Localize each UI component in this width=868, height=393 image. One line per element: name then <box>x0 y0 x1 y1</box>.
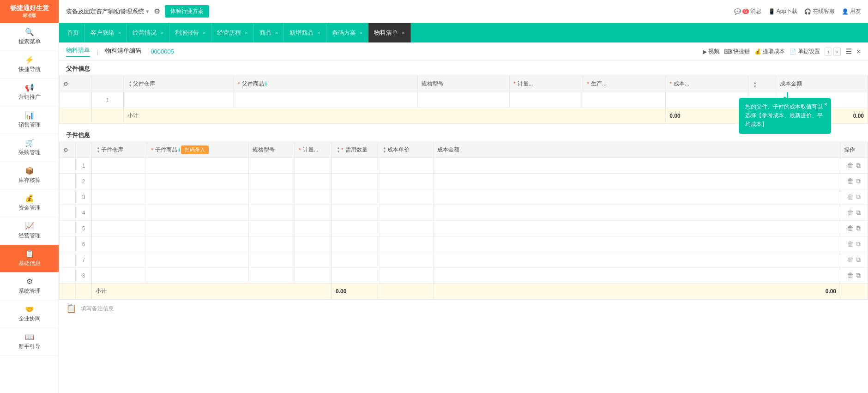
sidebar-item-basic-info[interactable]: 📋 基础信息 <box>0 245 59 272</box>
sidebar-item-search[interactable]: 🔍 搜索菜单 <box>0 23 59 51</box>
child-row8-qty[interactable] <box>332 268 378 284</box>
copy-icon-row6[interactable]: ⧉ <box>856 240 861 248</box>
child-row2-product[interactable] <box>147 174 249 189</box>
bottom-note-hint[interactable]: 填写备注信息 <box>81 305 114 313</box>
child-row5-unit-price[interactable] <box>378 221 434 236</box>
sidebar-item-marketing[interactable]: 📢 营销推广 <box>0 79 59 106</box>
tab-history-close[interactable]: × <box>245 30 247 36</box>
tab-profit-close[interactable]: × <box>203 30 205 36</box>
child-row5-product[interactable] <box>147 221 249 236</box>
video-item[interactable]: ▶ 视频 <box>703 48 719 55</box>
child-row7-qty[interactable] <box>332 252 378 268</box>
parent-row1-product[interactable] <box>234 92 418 108</box>
child-row3-qty[interactable] <box>332 189 378 205</box>
online-service-item[interactable]: 🎧 在线客服 <box>804 7 835 15</box>
sidebar-item-nav[interactable]: ⚡ 快捷导航 <box>0 51 59 79</box>
next-arrow[interactable]: › <box>833 48 841 56</box>
prev-arrow[interactable]: ‹ <box>825 48 832 56</box>
parent-row1-spec[interactable] <box>418 92 510 108</box>
child-row4-unit-price[interactable] <box>378 205 434 221</box>
copy-icon-row7[interactable]: ⧉ <box>856 256 861 264</box>
sidebar-item-finance[interactable]: 💰 资金管理 <box>0 189 59 217</box>
tab-barcode[interactable]: 条码方案 × <box>326 23 368 42</box>
child-row5-qty[interactable] <box>332 221 378 236</box>
child-row6-product[interactable] <box>147 236 249 252</box>
child-row6-unit-price[interactable] <box>378 236 434 252</box>
sub-nav-bom[interactable]: 物料清单 <box>66 46 90 57</box>
child-row4-qty[interactable] <box>332 205 378 221</box>
child-row4-spec[interactable] <box>249 205 295 221</box>
page-close-icon[interactable]: ✕ <box>856 48 861 55</box>
tab-product-close[interactable]: × <box>275 30 278 36</box>
child-row1-qty[interactable] <box>332 158 378 174</box>
child-row8-product[interactable] <box>147 268 249 284</box>
shortcut-item[interactable]: ⌨ 快捷键 <box>724 48 750 55</box>
child-row7-unit[interactable] <box>295 252 332 268</box>
delete-icon-row8[interactable]: 🗑 <box>847 272 854 279</box>
child-row8-unit[interactable] <box>295 268 332 284</box>
sidebar-item-purchase[interactable]: 🛒 采购管理 <box>0 134 59 162</box>
child-row4-product[interactable] <box>147 205 249 221</box>
child-row3-product[interactable] <box>147 189 249 205</box>
tab-operation[interactable]: 经营情况 × <box>127 23 169 42</box>
child-row1-unit[interactable] <box>295 158 332 174</box>
message-item[interactable]: 💬 6 消息 <box>734 7 761 15</box>
child-row8-spec[interactable] <box>249 268 295 284</box>
sidebar-item-management[interactable]: 📈 经营管理 <box>0 217 59 245</box>
child-row7-unit-price[interactable] <box>378 252 434 268</box>
parent-settings-icon[interactable]: ⚙ <box>63 81 68 87</box>
child-row4-warehouse[interactable] <box>92 205 147 221</box>
sidebar-item-guide[interactable]: 📖 新手引导 <box>0 328 59 356</box>
sidebar-item-system[interactable]: ⚙ 系统管理 <box>0 272 59 300</box>
child-settings-icon[interactable]: ⚙ <box>63 147 68 153</box>
delete-icon-row7[interactable]: 🗑 <box>847 256 854 264</box>
sidebar-item-inventory[interactable]: 📦 库存核算 <box>0 162 59 189</box>
delete-icon-row6[interactable]: 🗑 <box>847 240 854 248</box>
tab-home[interactable]: 首页 <box>61 23 85 42</box>
doc-settings-item[interactable]: 📄 单据设置 <box>790 48 820 55</box>
copy-icon-row1[interactable]: ⧉ <box>856 162 861 169</box>
child-row3-unit-price[interactable] <box>378 189 434 205</box>
trial-button[interactable]: 体验行业方案 <box>165 5 209 18</box>
tab-barcode-close[interactable]: × <box>360 30 362 36</box>
child-row6-unit[interactable] <box>295 236 332 252</box>
list-view-icon[interactable]: ☰ <box>845 47 852 56</box>
parent-row1-production[interactable] <box>583 92 666 108</box>
settings-icon[interactable]: ⚙ <box>154 7 160 16</box>
delete-icon-row2[interactable]: 🗑 <box>847 177 854 185</box>
tab-bom[interactable]: 物料清单 × <box>368 23 410 42</box>
child-row2-spec[interactable] <box>249 174 295 189</box>
delete-icon-row3[interactable]: 🗑 <box>847 193 854 201</box>
child-row4-unit[interactable] <box>295 205 332 221</box>
copy-icon-row2[interactable]: ⧉ <box>856 177 861 185</box>
child-row1-product[interactable] <box>147 158 249 174</box>
child-row5-unit[interactable] <box>295 221 332 236</box>
delete-icon-row5[interactable]: 🗑 <box>847 224 854 232</box>
user-item[interactable]: 👤 用友 <box>842 7 861 15</box>
child-row2-unit-price[interactable] <box>378 174 434 189</box>
tab-customer-close[interactable]: × <box>118 30 121 36</box>
child-row1-spec[interactable] <box>249 158 295 174</box>
child-row1-unit-price[interactable] <box>378 158 434 174</box>
copy-icon-row5[interactable]: ⧉ <box>856 224 861 232</box>
parent-row1-unit[interactable] <box>509 92 583 108</box>
tab-history[interactable]: 经营历程 × <box>211 23 253 42</box>
copy-icon-row4[interactable]: ⧉ <box>856 209 861 217</box>
scan-button[interactable]: 扫码录入 <box>181 145 209 154</box>
child-row2-warehouse[interactable] <box>92 174 147 189</box>
tab-product[interactable]: 商品 × <box>254 23 284 42</box>
child-row7-product[interactable] <box>147 252 249 268</box>
parent-row1-warehouse[interactable] <box>124 92 234 108</box>
parent-row1-cost[interactable] <box>666 92 748 108</box>
child-row6-qty[interactable] <box>332 236 378 252</box>
child-row8-unit-price[interactable] <box>378 268 434 284</box>
system-title-dropdown[interactable]: 装备及固定资产辅助管理系统 ▾ <box>66 7 149 16</box>
sub-nav-bom-code[interactable]: 物料清单编码 <box>105 47 141 56</box>
child-row7-spec[interactable] <box>249 252 295 268</box>
child-row6-warehouse[interactable] <box>92 236 147 252</box>
tab-bom-close[interactable]: × <box>402 30 404 36</box>
extract-cost-item[interactable]: 💰 提取成本 <box>754 48 785 55</box>
child-row3-warehouse[interactable] <box>92 189 147 205</box>
delete-icon-row1[interactable]: 🗑 <box>847 162 854 169</box>
child-row8-warehouse[interactable] <box>92 268 147 284</box>
